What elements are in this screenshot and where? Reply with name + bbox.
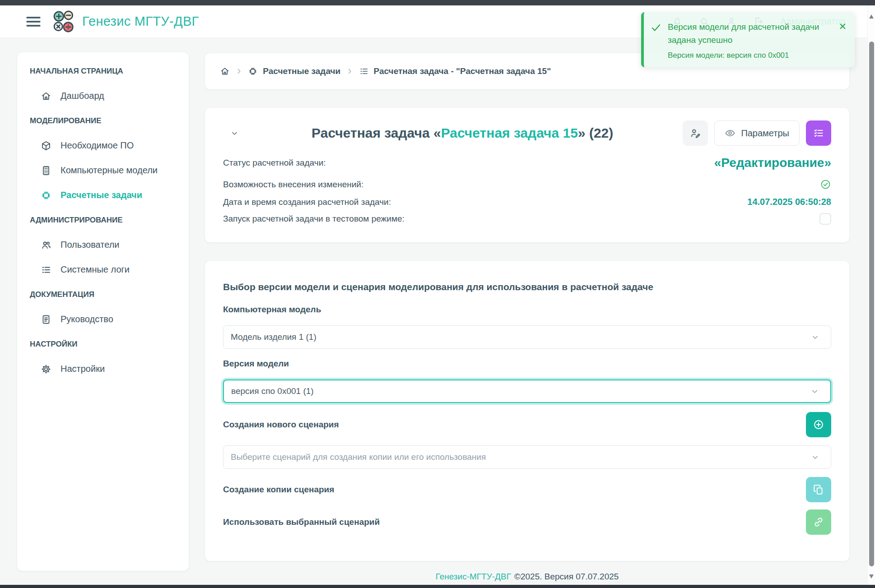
use-scenario-label: Использовать выбранный сценарий <box>223 517 380 527</box>
chevron-down-icon <box>811 454 819 461</box>
computer-model-label: Компьютерная модель <box>223 305 831 315</box>
sidebar-item-label: Пользователи <box>61 240 120 250</box>
menu-icon[interactable] <box>25 15 42 28</box>
created-value: 14.07.2025 06:50:28 <box>747 197 831 207</box>
test-mode-checkbox[interactable] <box>819 213 831 225</box>
model-version-label: Версия модели <box>223 359 831 369</box>
calculator-icon <box>41 165 51 176</box>
test-mode-label: Запуск расчетной задачи в тестовом режим… <box>223 214 405 224</box>
footer-text: ©2025. Версия 07.07.2025 <box>514 572 619 581</box>
chip-icon <box>248 66 258 76</box>
created-row: Дата и время создания расчетной задачи: … <box>223 197 831 207</box>
footer-brand-link[interactable]: Генезис-МГТУ-ДВГ <box>436 572 511 581</box>
checklist-button[interactable] <box>806 120 831 146</box>
window-top-bar <box>0 0 875 5</box>
list-icon <box>359 66 369 76</box>
check-icon <box>650 20 662 60</box>
sidebar-section-documentation: ДОКУМЕНТАЦИЯ <box>17 282 189 307</box>
task-name-link[interactable]: Расчетная задача 15 <box>441 125 578 140</box>
collapse-chevron-icon[interactable] <box>227 125 242 141</box>
logo-math-icon <box>51 9 76 34</box>
edit-user-button[interactable] <box>683 120 708 146</box>
sidebar-item-label: Расчетные задачи <box>61 190 142 200</box>
status-label: Статус расчетной задачи: <box>223 158 326 168</box>
breadcrumb-separator: › <box>348 64 351 77</box>
scroll-down-arrow-icon[interactable] <box>869 574 874 579</box>
toast-detail: Версия модели: версия спо 0x001 <box>668 51 833 60</box>
chevron-down-icon <box>811 333 819 341</box>
chip-icon <box>41 190 51 201</box>
footer: Генезис-МГТУ-ДВГ©2025. Версия 07.07.2025 <box>205 572 849 582</box>
sidebar-item-label: Настройки <box>61 364 105 374</box>
breadcrumb-current: Расчетная задача - "Расчетная задача 15" <box>359 66 551 76</box>
status-value: «Редактирование» <box>714 156 831 170</box>
scenario-select[interactable]: Выберите сценарий для создания копии или… <box>223 445 831 469</box>
link-icon <box>813 516 824 528</box>
chevron-down-icon <box>811 388 819 395</box>
users-icon <box>41 240 51 250</box>
use-scenario-button[interactable] <box>806 509 831 535</box>
scenario-select-placeholder: Выберите сценарий для создания копии или… <box>231 452 486 462</box>
scroll-up-arrow-icon[interactable] <box>869 14 874 19</box>
sidebar-section-modeling: МОДЕЛИРОВАНИЕ <box>17 108 189 133</box>
breadcrumb-separator: › <box>237 64 241 77</box>
sidebar-item-label: Руководство <box>61 314 113 324</box>
breadcrumb-calc-tasks[interactable]: Расчетные задачи <box>248 66 340 76</box>
new-scenario-label: Создания нового сценария <box>223 420 339 430</box>
app-title: Генезис МГТУ-ДВГ <box>82 14 199 29</box>
created-label: Дата и время создания расчетной задачи: <box>223 197 391 207</box>
cube-icon <box>41 140 51 151</box>
home-icon <box>220 66 230 76</box>
sidebar-section-administration: АДМИНИСТРИРОВАНИЕ <box>17 208 189 232</box>
editable-label: Возможность внесения изменений: <box>223 180 363 190</box>
sidebar-item-settings[interactable]: Настройки <box>17 357 189 381</box>
parameters-button[interactable]: Параметры <box>714 120 800 146</box>
main-content: › Расчетные задачи › Расчетная задача - … <box>205 53 849 582</box>
sidebar-item-manual[interactable]: Руководство <box>17 307 189 332</box>
copy-scenario-label: Создание копии сценария <box>223 485 334 495</box>
check-circle-icon <box>820 179 831 190</box>
gear-icon <box>41 364 51 375</box>
sidebar: НАЧАЛЬНАЯ СТРАНИЦА Дашбоард МОДЕЛИРОВАНИ… <box>17 52 189 571</box>
form-heading: Выбор версии модели и сценария моделиров… <box>223 282 831 292</box>
sidebar-item-system-logs[interactable]: Системные логи <box>17 257 189 282</box>
sidebar-item-calc-tasks[interactable]: Расчетные задачи <box>17 183 189 208</box>
add-scenario-button[interactable] <box>806 412 831 437</box>
manual-icon <box>41 314 51 325</box>
window-bottom-bar <box>0 585 875 588</box>
toast-title: Версия модели для расчетной задачи задан… <box>668 20 821 46</box>
sidebar-item-label: Дашбоард <box>61 91 104 101</box>
sidebar-section-settings: НАСТРОЙКИ <box>17 332 189 357</box>
home-icon <box>41 91 51 102</box>
editable-row: Возможность внесения изменений: <box>223 179 831 190</box>
sidebar-item-label: Необходимое ПО <box>61 140 134 151</box>
model-version-select[interactable]: версия спо 0x001 (1) <box>223 380 831 403</box>
sidebar-item-label: Системные логи <box>61 264 130 275</box>
test-mode-row: Запуск расчетной задачи в тестовом режим… <box>223 213 831 225</box>
plus-circle-icon <box>813 419 824 431</box>
sidebar-item-required-software[interactable]: Необходимое ПО <box>17 133 189 158</box>
vertical-scrollbar[interactable] <box>867 5 875 585</box>
sidebar-section-home: НАЧАЛЬНАЯ СТРАНИЦА <box>17 59 189 83</box>
list-icon <box>41 264 51 275</box>
breadcrumb-home[interactable] <box>220 66 230 76</box>
sidebar-item-users[interactable]: Пользователи <box>17 232 189 257</box>
computer-model-select[interactable]: Модель изделия 1 (1) <box>223 325 831 349</box>
checklist-icon <box>813 127 824 139</box>
copy-scenario-button[interactable] <box>806 477 831 502</box>
success-toast: Версия модели для расчетной задачи задан… <box>641 12 855 67</box>
scrollbar-thumb[interactable] <box>869 42 874 566</box>
task-card: Расчетная задача «Расчетная задача 15» (… <box>205 108 849 242</box>
scenario-form-card: Выбор версии модели и сценария моделиров… <box>205 261 849 561</box>
person-edit-icon <box>689 127 701 139</box>
page-title: Расчетная задача «Расчетная задача 15» (… <box>242 125 683 141</box>
sidebar-item-label: Компьютерные модели <box>61 165 158 176</box>
sidebar-item-dashboard[interactable]: Дашбоард <box>17 83 189 108</box>
status-row: Статус расчетной задачи: «Редактирование… <box>223 156 831 170</box>
copy-icon <box>813 484 824 495</box>
close-icon[interactable]: ✕ <box>838 22 847 60</box>
eye-icon <box>725 128 735 139</box>
sidebar-item-computer-models[interactable]: Компьютерные модели <box>17 158 189 183</box>
